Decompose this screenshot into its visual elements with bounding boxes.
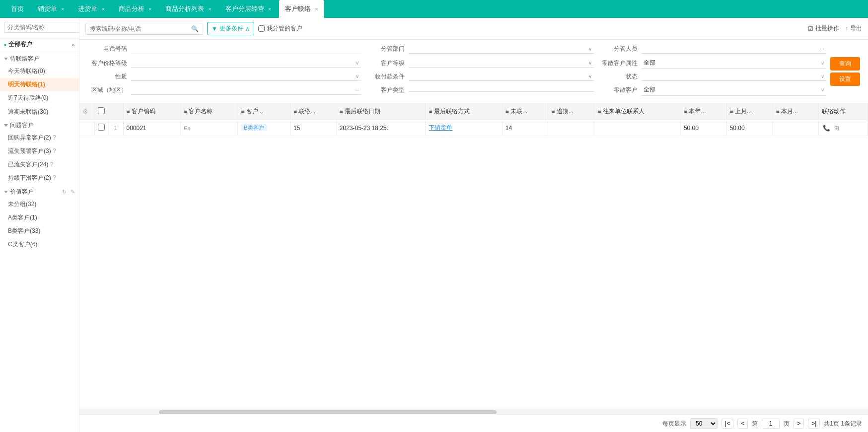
select-all-checkbox[interactable]: [98, 107, 105, 114]
filter-label-dept: 分管部门: [365, 45, 405, 53]
col-action: 联络动作: [819, 103, 868, 120]
my-customer-checkbox-label[interactable]: 我分管的客户: [258, 24, 302, 33]
close-icon[interactable]: ×: [268, 6, 271, 12]
sidebar-item-today[interactable]: 今天待联络(0): [0, 65, 79, 78]
export-icon: ↑: [845, 25, 848, 32]
call-icon[interactable]: 📞: [823, 125, 830, 132]
chevron-down-icon: [4, 124, 8, 127]
last-page-btn[interactable]: >|: [808, 419, 820, 429]
filter-icon: ▼: [212, 25, 217, 32]
more-options-icon[interactable]: ···: [355, 87, 359, 93]
sidebar-item-declining[interactable]: 持续下滑客户(2) ?: [0, 171, 79, 185]
filter-select-payment[interactable]: ∨: [409, 72, 593, 81]
nav-purchase[interactable]: 进货单 ×: [72, 0, 110, 18]
filter-input-phone[interactable]: [131, 44, 361, 54]
more-filter-btn[interactable]: ▼ 更多条件 ∧: [207, 22, 254, 35]
search-input[interactable]: [90, 25, 189, 32]
filter-label-area: 区域（地区）: [87, 86, 127, 94]
filter-select-dept[interactable]: ∨: [409, 45, 593, 54]
sidebar-item-churn-warning[interactable]: 流失预警客户(3) ?: [0, 144, 79, 158]
filter-select-nature[interactable]: ∨: [131, 72, 361, 81]
row-name: Ea: [180, 120, 237, 136]
row-unit-contact: [594, 120, 681, 136]
nav-sales[interactable]: 销货单 ×: [32, 0, 70, 18]
table-area: ⚙ ≡ 客户编码 ≡ 客户名称 ≡ 客户...: [79, 103, 868, 409]
close-icon[interactable]: ×: [101, 6, 104, 12]
nav-customer-contact[interactable]: 客户联络 ×: [279, 0, 324, 18]
row-last-contact-method: 下销货单: [426, 120, 502, 136]
sidebar-item-a-class[interactable]: A类客户(1): [0, 211, 79, 224]
filter-select-scatter-attr[interactable]: 全部 ∨: [642, 57, 826, 69]
row-contact-count: 15: [290, 120, 337, 136]
row-type: B类客户: [238, 120, 290, 136]
horizontal-scrollbar[interactable]: [79, 409, 868, 415]
row-code: 000021: [123, 120, 180, 136]
filter-label-status: 状态: [598, 72, 638, 81]
collapse-icon[interactable]: «: [72, 41, 75, 48]
all-customers-header[interactable]: ▪ 全部客户 «: [0, 37, 79, 52]
filter-select-price-level[interactable]: ∨: [131, 59, 361, 68]
more-options-icon[interactable]: ···: [820, 46, 824, 52]
batch-ops-btn[interactable]: ☑ 批量操作: [808, 24, 839, 33]
col-last-contact-date: ≡ 最后联络日期: [336, 103, 426, 120]
close-icon[interactable]: ×: [148, 6, 151, 12]
col-this-month: ≡ 本月...: [773, 103, 819, 120]
sidebar-item-churned[interactable]: 已流失客户(24) ?: [0, 158, 79, 171]
sidebar-item-c-class[interactable]: C类客户(6): [0, 238, 79, 251]
page-number-input[interactable]: [762, 419, 780, 429]
row-overdue: [548, 120, 594, 136]
filter-select-customer-level[interactable]: ∨: [409, 59, 593, 68]
filter-row-1: 电话号码 分管部门 ∨ 分管人员 ···: [87, 44, 826, 54]
last-contact-link[interactable]: 下销货单: [429, 124, 452, 131]
col-last-contact-method: ≡ 最后联络方式: [426, 103, 502, 120]
sidebar-item-overdue[interactable]: 逾期未联络(30): [0, 105, 79, 119]
next-page-btn[interactable]: >: [794, 419, 804, 429]
nav-home[interactable]: 首页: [5, 0, 30, 18]
search-icon[interactable]: 🔍: [191, 25, 199, 32]
filter-label-phone: 电话号码: [87, 45, 127, 53]
filter-row-4: 区域（地区） ··· 客户类型 零散客户 全部 ∨: [87, 84, 826, 96]
close-icon[interactable]: ×: [208, 6, 211, 12]
filter-panel: 电话号码 分管部门 ∨ 分管人员 ··· 客户: [79, 40, 868, 103]
top-nav: 首页 销货单 × 进货单 × 商品分析 × 商品分析列表 × 客户分层经营 × …: [0, 0, 868, 18]
col-contact-count: ≡ 联络...: [290, 103, 337, 120]
sidebar-group-pending: 待联络客户: [0, 52, 79, 65]
row-last-contact-date: 2023-05-23 18:25:: [336, 120, 426, 136]
export-btn[interactable]: ↑ 导出: [845, 24, 862, 33]
nav-product-analysis-list[interactable]: 商品分析列表 ×: [159, 0, 217, 18]
my-customer-checkbox[interactable]: [258, 25, 265, 32]
sidebar-item-repurchase-abnormal[interactable]: 回购异常客户(2) ?: [0, 131, 79, 144]
sidebar-item-b-class[interactable]: B类客户(33): [0, 224, 79, 238]
sidebar-item-7days[interactable]: 近7天待联络(0): [0, 91, 79, 105]
col-no-contact: ≡ 未联...: [502, 103, 548, 120]
query-button[interactable]: 查询: [830, 57, 860, 71]
qr-icon[interactable]: ⊞: [834, 125, 839, 132]
scrollbar-thumb[interactable]: [159, 410, 497, 414]
chevron-down-icon: ∨: [588, 46, 592, 52]
col-unit-contact: ≡ 往来单位联系人: [594, 103, 681, 120]
close-icon[interactable]: ×: [315, 6, 318, 12]
filter-select-status[interactable]: ∨: [642, 72, 826, 81]
customer-table: ⚙ ≡ 客户编码 ≡ 客户名称 ≡ 客户...: [79, 103, 868, 136]
nav-customer-tier[interactable]: 客户分层经营 ×: [219, 0, 277, 18]
filter-select-scatter[interactable]: 全部 ∨: [642, 84, 826, 96]
sidebar-item-tomorrow[interactable]: 明天待联络(1): [0, 78, 79, 91]
sidebar-item-ungrouped[interactable]: 未分组(32): [0, 198, 79, 211]
row-last-month: 50.00: [726, 120, 773, 136]
first-page-btn[interactable]: |<: [722, 419, 733, 429]
set-button[interactable]: 设置: [830, 72, 860, 86]
sidebar-search-input[interactable]: [4, 22, 79, 33]
refresh-icon[interactable]: ↻: [62, 189, 67, 195]
settings-icon[interactable]: ⚙: [82, 108, 88, 115]
filter-label-customer-type: 客户类型: [365, 86, 405, 94]
prev-page-btn[interactable]: <: [737, 419, 748, 429]
edit-icon[interactable]: ✎: [71, 189, 75, 195]
table-row: 1 000021 Ea B类客户 15 2023-05-23 18:25: 下销…: [79, 120, 868, 136]
per-page-select[interactable]: 50 100 200: [690, 418, 718, 429]
filter-select-customer-type[interactable]: [409, 88, 593, 92]
nav-product-analysis[interactable]: 商品分析 ×: [113, 0, 157, 18]
chevron-down-icon: ∨: [821, 73, 824, 79]
close-icon[interactable]: ×: [61, 6, 64, 12]
col-checkbox: [94, 103, 108, 120]
row-select-checkbox[interactable]: [98, 124, 105, 131]
